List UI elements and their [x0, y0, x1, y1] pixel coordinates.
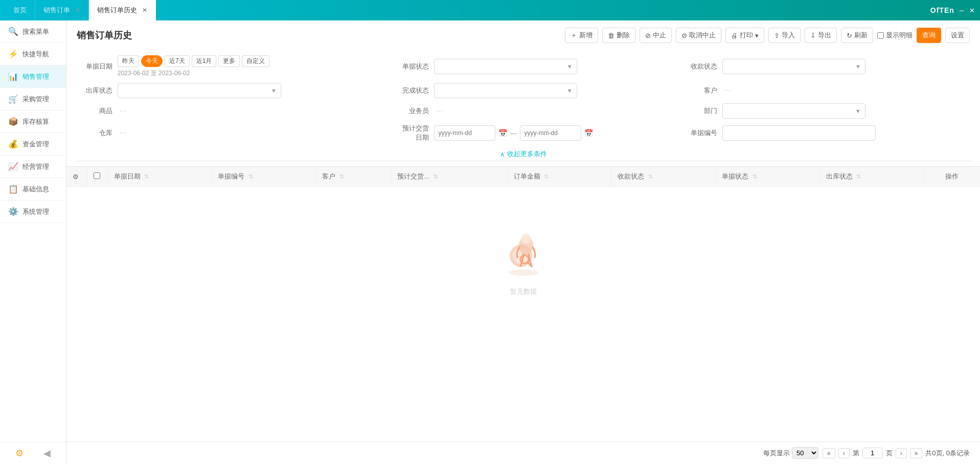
first-page-button[interactable]: «: [823, 448, 835, 458]
page-title: 销售订单历史: [77, 29, 132, 41]
sidebar-item-capital[interactable]: 💰 资金管理: [0, 133, 66, 156]
tab-home-label: 首页: [13, 6, 27, 15]
receipt-status-select[interactable]: ▼: [722, 59, 865, 74]
page-size-label: 每页显示: [763, 449, 790, 458]
query-button[interactable]: 查询: [917, 28, 941, 43]
table-container: ⚙ 单据日期 ⇅ 单据编号 ⇅: [66, 167, 980, 441]
customer-dots[interactable]: ···: [722, 86, 733, 95]
filter-col-warehouse: 仓库 ···: [77, 128, 393, 138]
product-dots[interactable]: ···: [118, 106, 128, 116]
tab-home[interactable]: 首页: [5, 0, 35, 20]
department-select[interactable]: ▼: [722, 103, 865, 119]
page-size-select: 每页显示 20 50 100: [763, 447, 818, 459]
window-minimize[interactable]: ─: [960, 7, 964, 14]
delivery-start-cal-icon[interactable]: 📅: [498, 129, 507, 137]
date-btn-1month[interactable]: 近1月: [192, 55, 217, 67]
add-icon: ＋: [571, 31, 577, 40]
page-number-input[interactable]: [862, 448, 883, 458]
sidebar-item-quick-nav[interactable]: ⚡ 快捷导航: [0, 43, 66, 65]
select-all-checkbox[interactable]: [94, 172, 100, 179]
th-settings[interactable]: ⚙: [66, 167, 87, 187]
sort-amount-icon: ⇅: [544, 173, 549, 180]
basic-info-icon: 📋: [8, 184, 18, 194]
sort-outbound-icon: ⇅: [856, 173, 861, 180]
th-checkbox[interactable]: [87, 167, 107, 187]
sidebar-item-system-mgmt-label: 系统管理: [22, 207, 49, 216]
import-button[interactable]: ⇧ 导入: [768, 28, 801, 43]
tab-sales-order-history[interactable]: 销售订单历史 ✕: [89, 0, 156, 20]
page-size-dropdown[interactable]: 20 50 100: [792, 447, 818, 459]
sidebar: 🔍 搜索菜单 ⚡ 快捷导航 📊 销售管理 🛒 采购管理 📦 库存核算 💰 资金管…: [0, 20, 66, 464]
th-customer[interactable]: 客户 ⇅: [316, 167, 391, 187]
export-button[interactable]: ⇩ 导出: [805, 28, 837, 43]
tab-sales-order-history-close[interactable]: ✕: [142, 7, 147, 14]
date-btn-today[interactable]: 今天: [141, 55, 163, 67]
th-date[interactable]: 单据日期 ⇅: [107, 167, 212, 187]
operations-icon: 📈: [8, 162, 18, 171]
sidebar-item-search-menu[interactable]: 🔍 搜索菜单: [0, 20, 66, 43]
stop-button[interactable]: ⊘ 中止: [640, 28, 672, 43]
sidebar-item-system-mgmt[interactable]: ⚙️ 系统管理: [0, 201, 66, 223]
th-number[interactable]: 单据编号 ⇅: [212, 167, 316, 187]
search-menu-icon: 🔍: [8, 27, 18, 36]
salesperson-dots[interactable]: ···: [434, 106, 445, 116]
prev-page-button[interactable]: ‹: [838, 448, 850, 458]
tab-sales-order-close[interactable]: ✕: [75, 7, 80, 14]
sidebar-item-purchase-mgmt-label: 采购管理: [22, 95, 49, 104]
delivery-start-date[interactable]: [434, 125, 495, 141]
sort-date-icon: ⇅: [144, 173, 149, 180]
th-outbound-status[interactable]: 出库状态 ⇅: [819, 167, 924, 187]
filter-col-product: 商品 ···: [77, 106, 393, 116]
th-order-status[interactable]: 单据状态 ⇅: [716, 167, 820, 187]
refresh-button[interactable]: ↻ 刷新: [841, 28, 873, 43]
status-select[interactable]: ▼: [434, 59, 577, 74]
sidebar-bottom: ⚙ ◀: [0, 442, 66, 464]
receipt-status-label: 收款状态: [687, 62, 722, 71]
outbound-status-select[interactable]: ▼: [118, 83, 281, 98]
th-amount[interactable]: 订单金额 ⇅: [507, 167, 611, 187]
delete-button[interactable]: 🗑 删除: [602, 28, 635, 43]
add-button[interactable]: ＋ 新增: [565, 28, 598, 43]
sidebar-collapse-icon[interactable]: ◀: [43, 448, 51, 459]
warehouse-dots[interactable]: ···: [118, 128, 128, 138]
window-close[interactable]: ✕: [969, 7, 975, 14]
order-number-input[interactable]: [722, 125, 876, 141]
sidebar-item-purchase-mgmt[interactable]: 🛒 采购管理: [0, 88, 66, 111]
cancel-stop-label: 取消中止: [689, 31, 716, 40]
filter-col-delivery: 预计交货日期 📅 — 📅: [393, 124, 681, 142]
delivery-end-cal-icon[interactable]: 📅: [584, 129, 593, 137]
warehouse-label: 仓库: [82, 128, 118, 138]
date-btn-yesterday[interactable]: 昨天: [118, 55, 139, 67]
print-button[interactable]: 🖨 打印 ▾: [725, 28, 764, 43]
last-page-button[interactable]: »: [910, 448, 923, 458]
settings-gear-icon[interactable]: ⚙: [73, 173, 79, 181]
collapse-row: ∧ 收起更多条件: [77, 147, 970, 161]
sidebar-item-basic-info[interactable]: 📋 基础信息: [0, 178, 66, 201]
settings-button[interactable]: 设置: [945, 28, 970, 43]
sidebar-item-sales-mgmt[interactable]: 📊 销售管理: [0, 65, 66, 88]
tab-sales-order-history-label: 销售订单历史: [97, 6, 137, 15]
display-columns-checkbox[interactable]: [877, 32, 884, 39]
date-btn-custom[interactable]: 自定义: [242, 55, 269, 67]
product-label: 商品: [82, 106, 118, 116]
sidebar-settings-icon[interactable]: ⚙: [15, 448, 24, 459]
sidebar-item-operations[interactable]: 📈 经营管理: [0, 156, 66, 178]
display-columns-label[interactable]: 显示明细: [877, 31, 913, 40]
export-icon: ⇩: [810, 32, 816, 39]
stop-icon: ⊘: [645, 32, 651, 39]
delivery-end-date[interactable]: [520, 125, 581, 141]
collapse-button[interactable]: ∧ 收起更多条件: [500, 149, 547, 159]
th-receipt-status[interactable]: 收款状态 ⇅: [611, 167, 716, 187]
date-btn-7days[interactable]: 近7天: [165, 55, 190, 67]
sidebar-item-inventory[interactable]: 📦 库存核算: [0, 111, 66, 133]
th-delivery[interactable]: 预计交货... ⇅: [391, 167, 507, 187]
print-icon: 🖨: [731, 32, 738, 39]
cancel-stop-button[interactable]: ⊘ 取消中止: [676, 28, 721, 43]
delivery-date-input-group: 📅 — 📅: [434, 125, 593, 141]
complete-status-select[interactable]: ▼: [434, 83, 577, 98]
date-btn-more[interactable]: 更多: [218, 55, 240, 67]
tab-sales-order[interactable]: 销售订单 ✕: [35, 0, 89, 20]
filter-col-salesperson: 业务员 ···: [393, 106, 681, 116]
filter-row-3: 商品 ··· 业务员 ··· 部门 ▼: [77, 103, 970, 119]
next-page-button[interactable]: ›: [896, 448, 907, 458]
